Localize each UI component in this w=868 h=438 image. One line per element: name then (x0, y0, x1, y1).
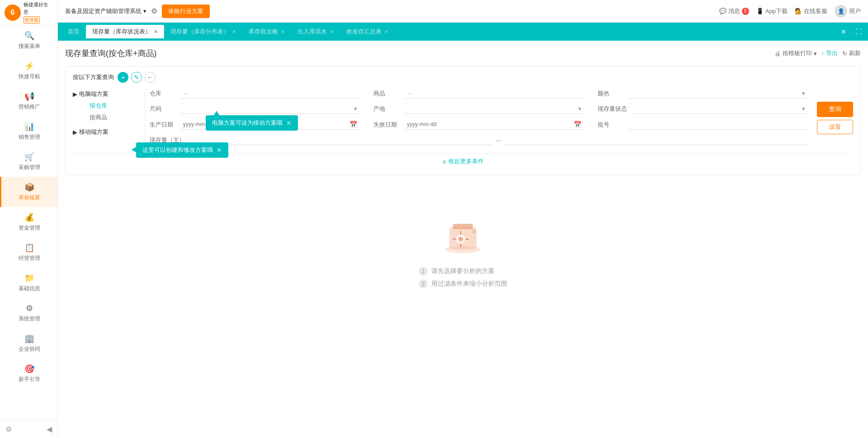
tab-flow[interactable]: 出入库流水 ✕ (291, 25, 340, 38)
page-header: 现存量查询(按仓库+商品) 🖨 按模板打印 ▾ ↑ 导出 ↻ 刷新 (65, 48, 861, 59)
batch-label: 批号 (598, 121, 625, 129)
edit-scheme-btn[interactable]: ✎ (131, 72, 142, 83)
stock-min-input[interactable] (189, 135, 492, 145)
user-name: 用户 (849, 7, 861, 15)
chevron-origin: ▾ (578, 105, 581, 112)
page-title: 现存量查询(按仓库+商品) (65, 48, 157, 59)
empty-svg (436, 211, 490, 256)
tab-inventory-status-close[interactable]: ✕ (154, 29, 158, 35)
sidebar-item-inventory[interactable]: 📦 库存核算 (0, 177, 57, 207)
export-icon: ↑ (821, 50, 825, 57)
warehouse-input[interactable]: ··· (180, 88, 360, 99)
phone-icon: 📱 (756, 8, 764, 14)
goods-label: 商品 (373, 89, 401, 98)
sidebar-label-operation: 经营管理 (19, 254, 40, 262)
sidebar-item-search[interactable]: 🔍 搜索菜单 (0, 25, 57, 56)
app-download-action[interactable]: 📱 App下载 (756, 7, 788, 15)
color-select[interactable]: ▾ (628, 89, 808, 99)
sidebar-footer: ⚙ ◀ (0, 420, 57, 438)
tab-inventory-status[interactable]: 现存量（库存状况表） ✕ (86, 25, 164, 38)
sidebar-label-purchase: 采购管理 (19, 164, 40, 171)
message-action[interactable]: 💬 消息 6 (719, 7, 749, 15)
tab-close-all[interactable]: ✕ (838, 27, 849, 36)
page-inner: 现存量查询(按仓库+商品) 🖨 按模板打印 ▾ ↑ 导出 ↻ 刷新 (58, 41, 868, 438)
online-support-action[interactable]: 💁 在线客服 (795, 7, 827, 15)
basic-info-icon: 📁 (24, 273, 34, 283)
add-scheme-btn[interactable]: + (118, 72, 128, 83)
tooltip-1-close[interactable]: ✕ (286, 119, 292, 127)
template-print-btn[interactable]: 🖨 按模板打印 ▾ (775, 49, 817, 57)
stock-max-field[interactable] (508, 137, 806, 143)
origin-select[interactable]: ▾ (404, 104, 584, 114)
tab-flow-close[interactable]: ✕ (330, 29, 334, 35)
expire-date-field[interactable] (407, 121, 571, 127)
export-btn[interactable]: ↑ 导出 (821, 49, 838, 57)
filter-body: ▶ 电脑端方案 按仓库 按商品 (73, 88, 853, 149)
tab-home[interactable]: 首页 (61, 25, 86, 38)
sidebar-label-search: 搜索菜单 (19, 42, 40, 50)
refresh-btn[interactable]: ↻ 刷新 (842, 49, 861, 57)
tooltip-mobile-scheme: 电脑方案可设为移动方案哦 ✕ (206, 115, 298, 131)
sidebar-item-system[interactable]: ⚙ 系统管理 (0, 298, 57, 328)
sidebar-item-basic-info[interactable]: 📁 基础信息 (0, 268, 57, 298)
tab-inventory-dist[interactable]: 现存量（库存分布表） ✕ (164, 25, 242, 38)
sales-icon: 📊 (24, 122, 34, 132)
tab-bar: 首页 现存量（库存状况表） ✕ 现存量（库存分布表） ✕ 库存批次账 ✕ 出入库… (58, 23, 868, 41)
enterprise-icon: 🏢 (24, 334, 34, 344)
search-icon: 🔍 (24, 31, 34, 41)
sidebar-item-finance[interactable]: 💰 资金管理 (0, 207, 57, 237)
expire-date-cal-icon[interactable]: 📅 (574, 121, 581, 128)
collapse-sidebar-icon[interactable]: ◀ (47, 425, 52, 433)
sidebar-item-marketing[interactable]: 📢 营销推广 (0, 86, 57, 116)
pc-scheme-item-warehouse[interactable]: 按仓库 (73, 100, 140, 112)
tooltip-2-close[interactable]: ✕ (217, 146, 222, 154)
step-text-1: 请先选择要分析的方案 (431, 267, 495, 275)
tab-batch-ledger[interactable]: 库存批次账 ✕ (242, 25, 291, 38)
sidebar-label-quick-nav: 快捷导航 (19, 73, 40, 80)
tab-collect[interactable]: 收发存汇总表 ✕ (340, 25, 395, 38)
prev-scheme-btn[interactable]: ← (145, 72, 156, 83)
stock-min-field[interactable] (191, 137, 489, 143)
tab-inventory-dist-close[interactable]: ✕ (232, 29, 236, 35)
dots-icon-warehouse: ··· (183, 89, 189, 97)
query-btn[interactable]: 查询 (817, 102, 853, 117)
set-btn[interactable]: 设置 (817, 120, 853, 134)
filter-row-2: 尺码 ▾ 产地 ▾ (150, 104, 808, 114)
sidebar-label-inventory: 库存核算 (19, 194, 40, 202)
system-name-select[interactable]: 装备及固定资产辅助管理系统 ▾ (65, 7, 146, 15)
stock-status-filter: 现存量状态 ▾ (598, 104, 808, 114)
pc-scheme-item-goods[interactable]: 按商品 (73, 112, 140, 123)
pc-scheme-label[interactable]: ▶ 电脑端方案 (73, 88, 140, 100)
sidebar-item-purchase[interactable]: 🛒 采购管理 (0, 146, 57, 177)
support-icon: 💁 (795, 8, 802, 14)
sidebar-label-enterprise: 企业协同 (19, 345, 40, 353)
stock-max-input[interactable] (505, 135, 808, 145)
main-area: 装备及固定资产辅助管理系统 ▾ ⚙ 体验行业方案 💬 消息 6 📱 App下载 … (58, 0, 868, 438)
sidebar-label-marketing: 营销推广 (19, 103, 40, 111)
mobile-scheme-label[interactable]: ▶ 移动端方案 (73, 126, 140, 138)
settings-icon[interactable]: ⚙ (151, 7, 157, 15)
sidebar-item-quick-nav[interactable]: ⚡ 快捷导航 (0, 56, 57, 86)
tab-collect-close[interactable]: ✕ (384, 29, 388, 35)
settings-footer-icon[interactable]: ⚙ (5, 425, 12, 433)
sidebar-item-guide[interactable]: 🎯 新手引导 (0, 358, 57, 389)
purchase-icon: 🛒 (24, 152, 34, 162)
sidebar-item-operation[interactable]: 📋 经营管理 (0, 237, 57, 268)
quick-nav-icon: ⚡ (24, 61, 34, 71)
produce-date-cal-icon[interactable]: 📅 (349, 121, 357, 128)
batch-field[interactable] (631, 121, 805, 128)
batch-input[interactable] (628, 120, 808, 130)
pc-item-indent2 (82, 113, 88, 122)
tab-fullscreen[interactable]: ⛶ (853, 27, 864, 36)
industry-btn[interactable]: 体验行业方案 (162, 5, 210, 18)
stock-status-select[interactable]: ▾ (631, 104, 808, 114)
tab-batch-ledger-close[interactable]: ✕ (281, 29, 285, 35)
goods-input[interactable]: ··· (404, 88, 584, 99)
sidebar-item-enterprise[interactable]: 🏢 企业协同 (0, 328, 57, 358)
expire-date-input[interactable]: 📅 (404, 119, 584, 130)
tab-controls: ✕ ⛶ (838, 27, 864, 36)
user-action[interactable]: 👤 用户 (835, 5, 861, 18)
sidebar-item-sales[interactable]: 📊 销售管理 (0, 116, 57, 146)
page-content-area: 现存量查询(按仓库+商品) 🖨 按模板打印 ▾ ↑ 导出 ↻ 刷新 (58, 41, 868, 438)
size-select[interactable]: ▾ (180, 104, 360, 114)
